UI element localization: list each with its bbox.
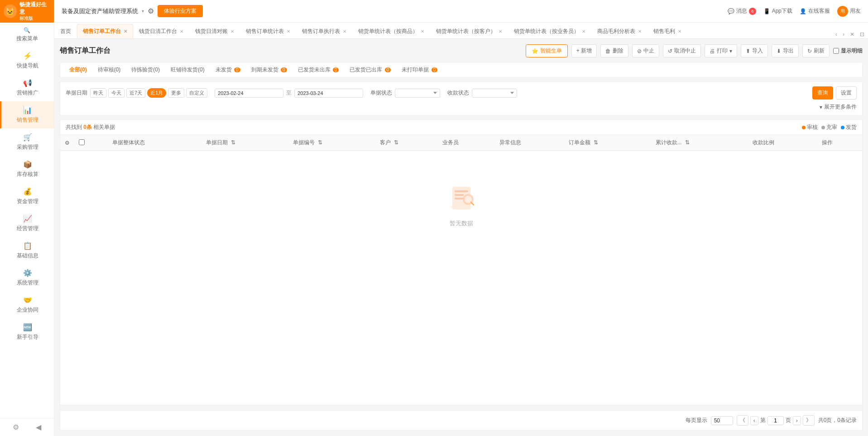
sidebar-item-basic[interactable]: 📋 基础信息 (0, 237, 54, 264)
online-service-item[interactable]: 👤 在线客服 (800, 7, 830, 15)
print-button[interactable]: 🖨 打印 ▾ (705, 44, 737, 57)
date-btn-yesterday[interactable]: 昨天 (90, 88, 106, 98)
filter-tab-overdue-not-shipped[interactable]: 到期未发货 0 (246, 64, 293, 76)
filter-tab-not-shipped[interactable]: 未发货 0 (210, 64, 246, 76)
date-btn-7days[interactable]: 近7天 (126, 88, 145, 98)
tab-sales-more[interactable]: 销售毛利 ✕ (647, 24, 687, 38)
tab-close-sales-summary-product[interactable]: ✕ (421, 29, 424, 34)
filter-tab-pending-review[interactable]: 待审核(0) (92, 64, 126, 76)
app-title: 装备及固定资产辅助管理系统 (62, 7, 138, 15)
logo-icon: 🐱 (4, 5, 17, 18)
tab-sales-summary-staff[interactable]: 销货单统计表（按业务员） ✕ (508, 24, 591, 38)
page-first-button[interactable]: 《 (737, 415, 748, 426)
filter-tab-wangpu[interactable]: 旺铺待发货(0) (165, 64, 210, 76)
sidebar-item-sales[interactable]: 📊 销售管理 (0, 101, 54, 128)
page-last-button[interactable]: 》 (803, 415, 815, 426)
tab-cash-daily[interactable]: 钱货日清工作台 ✕ (133, 24, 189, 38)
delete-button[interactable]: 🗑 删除 (600, 44, 628, 57)
tab-close-cash-reconcile[interactable]: ✕ (230, 29, 234, 34)
filter-tab-shipped-out[interactable]: 已发货已出库 0 (344, 64, 396, 76)
expand-conditions-button[interactable]: ▾ 展开更多条件 (820, 103, 857, 111)
tab-product-margin[interactable]: 商品毛利分析表 ✕ (591, 24, 647, 38)
tab-close-cash-daily[interactable]: ✕ (180, 29, 183, 34)
refresh-button[interactable]: ↻ 刷新 (802, 44, 830, 57)
tab-close-sales-workbench[interactable]: ✕ (124, 29, 127, 34)
collected-sort-icon[interactable]: ⇅ (685, 140, 690, 145)
app-settings-icon[interactable]: ⚙ (148, 7, 154, 15)
result-num: 0条 (83, 124, 92, 130)
tab-sales-stats[interactable]: 销售订单统计表 ✕ (240, 24, 296, 38)
page-number-input[interactable] (767, 416, 784, 425)
date-btn-custom[interactable]: 自定义 (186, 88, 207, 98)
sidebar-item-purchase[interactable]: 🛒 采购管理 (0, 128, 54, 156)
filter-tab-pending-inspect[interactable]: 待拣验货(0) (126, 64, 165, 76)
tab-home[interactable]: 首页 (54, 24, 77, 38)
sidebar-item-guide[interactable]: 🆕 新手引导 (0, 318, 54, 346)
sidebar-item-system[interactable]: ⚙️ 系统管理 (0, 264, 54, 291)
sidebar-item-inventory[interactable]: 📦 库存核算 (0, 156, 54, 183)
query-button[interactable]: 查询 (812, 86, 833, 100)
horizontal-scrollbar[interactable] (60, 405, 862, 410)
tab-close-sales-summary-customer[interactable]: ✕ (499, 29, 502, 34)
add-button[interactable]: + 新增 (571, 44, 597, 57)
tab-close-sales-more[interactable]: ✕ (678, 29, 681, 34)
date-btn-more[interactable]: 更多 (168, 88, 184, 98)
tab-prev-button[interactable]: ‹ (834, 30, 839, 38)
app-download-item[interactable]: 📱 App下载 (763, 7, 792, 15)
filter-tab-shipped-not-out[interactable]: 已发货未出库 0 (293, 64, 345, 76)
date-to-input[interactable] (294, 89, 363, 98)
payment-status-select[interactable] (472, 89, 517, 98)
tab-sales-summary-product[interactable]: 销货单统计表（按商品） ✕ (352, 24, 430, 38)
date-sort-icon[interactable]: ⇅ (231, 140, 235, 145)
sidebar-item-quick-nav[interactable]: ⚡ 快捷导航 (0, 47, 54, 74)
sidebar-item-operation[interactable]: 📈 经营管理 (0, 210, 54, 237)
tab-close-product-margin[interactable]: ✕ (638, 29, 642, 34)
export-button[interactable]: ⬇ 导出 (772, 44, 799, 57)
amount-sort-icon[interactable]: ⇅ (594, 140, 598, 145)
tab-sales-summary-customer[interactable]: 销货单统计表（按客户） ✕ (430, 24, 508, 38)
show-detail-toggle[interactable]: 显示明细 (833, 47, 863, 55)
tab-next-button[interactable]: › (841, 30, 846, 38)
th-collected: 累计收款... ⇅ (651, 135, 748, 151)
show-detail-checkbox[interactable] (833, 48, 839, 54)
smart-generate-button[interactable]: ⭐ 智能生单 (526, 44, 568, 57)
filter-tab-all[interactable]: 全部(0) (64, 64, 92, 76)
date-btn-1month[interactable]: 近1月 (147, 88, 166, 98)
tab-expand-button[interactable]: ⊡ (858, 30, 866, 38)
sidebar-item-marketing[interactable]: 📢 营销推广 (0, 74, 54, 101)
experience-button[interactable]: 体验行业方案 (158, 5, 203, 17)
cancel-suspend-button[interactable]: ↺ 取消中止 (663, 44, 701, 57)
page-next-button[interactable]: › (793, 416, 801, 425)
tab-close-sales-stats[interactable]: ✕ (287, 29, 290, 34)
page-prev-button[interactable]: ‹ (750, 416, 758, 425)
number-sort-icon[interactable]: ⇅ (318, 140, 322, 145)
sidebar-search[interactable]: 🔍 搜索菜单 (0, 23, 54, 47)
tab-close-sales-summary-staff[interactable]: ✕ (582, 29, 585, 34)
tab-close-sales-exec[interactable]: ✕ (343, 29, 346, 34)
suspend-button[interactable]: ⊘ 中止 (632, 44, 659, 57)
column-settings-icon[interactable]: ⚙ (65, 140, 70, 146)
page-size-select[interactable]: 10 20 50 100 (711, 416, 733, 425)
user-item[interactable]: 用 用友 (837, 6, 861, 17)
tab-cash-reconcile[interactable]: 钱货日清对账 ✕ (189, 24, 240, 38)
app-title-dropdown-icon[interactable]: ▾ (142, 9, 144, 14)
unreview-op-button[interactable]: 充审 (821, 123, 837, 131)
status-select[interactable] (395, 89, 440, 98)
customer-sort-icon[interactable]: ⇅ (394, 140, 398, 145)
tab-close-all-button[interactable]: ✕ (848, 30, 856, 38)
sidebar-item-enterprise[interactable]: 🤝 企业协同 (0, 291, 54, 318)
settings-button[interactable]: 设置 (836, 86, 857, 100)
tab-sales-workbench[interactable]: 销售订单工作台 ✕ (77, 24, 133, 38)
filter-tab-not-printed[interactable]: 未打印单据 0 (396, 64, 443, 76)
import-button[interactable]: ⬆ 导入 (741, 44, 768, 57)
collapse-icon[interactable]: ◀ (36, 423, 41, 431)
review-op-button[interactable]: 审核 (802, 123, 818, 131)
select-all-checkbox[interactable] (79, 139, 85, 145)
date-from-input[interactable] (215, 89, 283, 98)
sidebar-item-finance[interactable]: 💰 资金管理 (0, 183, 54, 210)
tab-sales-exec[interactable]: 销售订单执行表 ✕ (296, 24, 352, 38)
message-item[interactable]: 💬 消息 6 (728, 7, 756, 15)
date-btn-today[interactable]: 今天 (108, 88, 125, 98)
settings-icon[interactable]: ⚙ (13, 423, 19, 431)
ship-op-button[interactable]: 发货 (841, 123, 857, 131)
